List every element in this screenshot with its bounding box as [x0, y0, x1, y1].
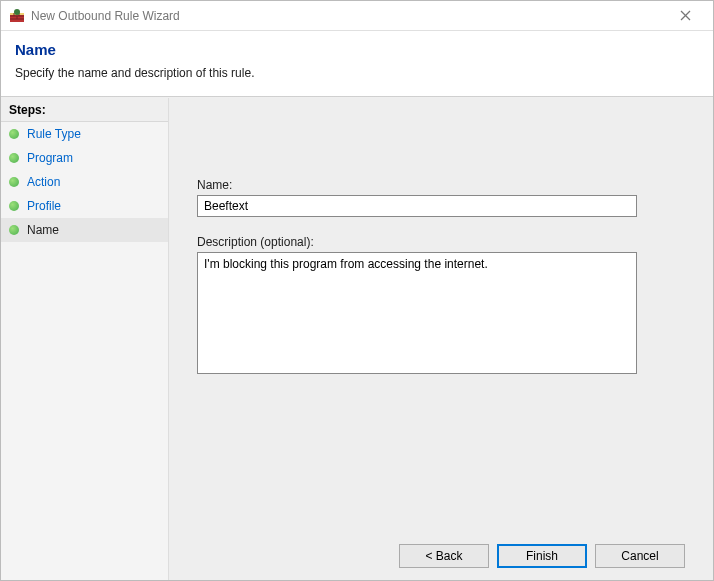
wizard-body: Steps: Rule Type Program Action Profile … [1, 98, 713, 580]
firewall-icon [9, 8, 25, 24]
page-description: Specify the name and description of this… [15, 66, 699, 80]
titlebar: New Outbound Rule Wizard [1, 1, 713, 31]
step-rule-type[interactable]: Rule Type [1, 122, 168, 146]
close-button[interactable] [665, 2, 705, 30]
wizard-window: New Outbound Rule Wizard Name Specify th… [0, 0, 714, 581]
bullet-icon [9, 129, 19, 139]
close-icon [680, 10, 691, 21]
wizard-header: Name Specify the name and description of… [1, 31, 713, 90]
back-button[interactable]: < Back [399, 544, 489, 568]
name-field-group: Name: [197, 178, 685, 217]
step-label: Rule Type [27, 127, 81, 141]
step-action[interactable]: Action [1, 170, 168, 194]
description-input[interactable] [197, 252, 637, 374]
form-area: Name: Description (optional): [197, 118, 685, 395]
description-label: Description (optional): [197, 235, 685, 249]
page-title: Name [15, 41, 699, 58]
finish-button[interactable]: Finish [497, 544, 587, 568]
step-label: Program [27, 151, 73, 165]
cancel-button[interactable]: Cancel [595, 544, 685, 568]
name-input[interactable] [197, 195, 637, 217]
step-profile[interactable]: Profile [1, 194, 168, 218]
bullet-icon [9, 153, 19, 163]
bullet-icon [9, 225, 19, 235]
steps-heading: Steps: [1, 98, 168, 122]
bullet-icon [9, 177, 19, 187]
step-label: Action [27, 175, 60, 189]
name-label: Name: [197, 178, 685, 192]
step-name[interactable]: Name [1, 218, 168, 242]
step-program[interactable]: Program [1, 146, 168, 170]
wizard-main: Name: Description (optional): < Back Fin… [169, 98, 713, 580]
steps-sidebar: Steps: Rule Type Program Action Profile … [1, 98, 169, 580]
step-label: Profile [27, 199, 61, 213]
svg-point-7 [14, 9, 20, 15]
wizard-footer: < Back Finish Cancel [197, 532, 685, 568]
description-field-group: Description (optional): [197, 235, 685, 377]
window-title: New Outbound Rule Wizard [31, 9, 665, 23]
step-label: Name [27, 223, 59, 237]
bullet-icon [9, 201, 19, 211]
